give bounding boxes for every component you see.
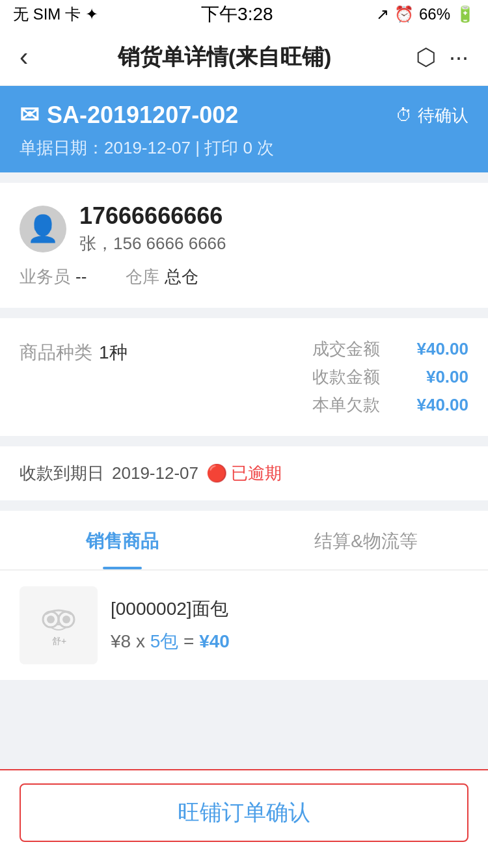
balance-value: ¥40.00 — [390, 395, 468, 415]
order-id-text: SA-20191207-002 — [47, 102, 238, 129]
svg-point-2 — [47, 616, 55, 623]
financial-summary: 成交金额 ¥40.00 收款金额 ¥0.00 本单欠款 ¥40.00 — [312, 338, 468, 416]
category-label: 商品种类 — [20, 340, 92, 365]
battery-icon: 🔋 — [455, 5, 475, 23]
status-badge: ⏱ 待确认 — [396, 104, 468, 127]
battery-text: 66% — [419, 5, 450, 23]
receipt-label: 收款金额 — [312, 366, 380, 388]
product-price-row: ¥8 x 5包 = ¥40 — [111, 629, 468, 654]
tab-settlement-label: 结算&物流等 — [314, 531, 418, 551]
svg-point-3 — [62, 616, 70, 623]
multiply-sign: x — [136, 631, 150, 651]
order-id: ✉ SA-20191207-002 — [20, 102, 238, 129]
status-clock-icon: ⏱ — [396, 105, 413, 126]
balance-row: 本单欠款 ¥40.00 — [312, 394, 468, 416]
status-bar: 无 SIM 卡 ✦ 下午3:28 ↗ ⏰ 66% 🔋 — [0, 0, 488, 29]
bottom-bar: 旺铺订单确认 — [0, 769, 488, 868]
tab-sales-label: 销售商品 — [86, 531, 159, 551]
tab-settlement[interactable]: 结算&物流等 — [244, 511, 488, 569]
order-header: ✉ SA-20191207-002 ⏱ 待确认 单据日期：2019-12-07 … — [0, 86, 488, 172]
more-icon[interactable]: ··· — [449, 44, 468, 71]
tabs-row: 销售商品 结算&物流等 — [0, 511, 488, 570]
warehouse-item: 仓库 总仓 — [126, 265, 198, 288]
product-owl-icon: 舒+ — [33, 596, 85, 655]
warehouse-value: 总仓 — [165, 265, 198, 288]
due-date-value: 2019-12-07 — [112, 463, 198, 483]
confirm-order-label: 旺铺订单确认 — [178, 798, 310, 828]
product-name: [0000002]面包 — [111, 597, 468, 621]
order-date: 单据日期：2019-12-07 | 打印 0 次 — [20, 137, 468, 159]
equals-sign: = — [183, 631, 199, 651]
category-value: 1种 — [99, 340, 128, 365]
status-right: ↗ ⏰ 66% 🔋 — [376, 5, 475, 23]
customer-info: 17666666666 张，156 6666 6666 — [79, 202, 226, 255]
amount-label: 成交金额 — [312, 338, 380, 360]
nav-actions: ⬡ ··· — [390, 44, 468, 71]
status-text: 待确认 — [418, 104, 468, 127]
product-total: ¥40 — [199, 631, 230, 651]
due-date-label: 收款到期日 — [20, 462, 104, 485]
tab-sales-products[interactable]: 销售商品 — [0, 511, 244, 569]
avatar: 👤 — [20, 206, 66, 252]
customer-card: 👤 17666666666 张，156 6666 6666 业务员 -- 仓库 … — [0, 183, 488, 308]
due-date-card: 收款到期日 2019-12-07 🔴 已逾期 — [0, 446, 488, 500]
svg-text:舒+: 舒+ — [52, 636, 66, 646]
status-left: 无 SIM 卡 ✦ — [13, 4, 98, 25]
location-icon: ↗ — [376, 5, 389, 23]
product-qty: 5包 — [150, 631, 179, 651]
nav-bar: ‹ 销货单详情(来自旺铺) ⬡ ··· — [0, 29, 488, 86]
overdue-text: 已逾期 — [231, 462, 282, 485]
product-item: 舒+ [0000002]面包 ¥8 x 5包 = ¥40 — [0, 570, 488, 680]
salesperson-value: -- — [75, 267, 87, 287]
receipt-row: 收款金额 ¥0.00 — [312, 366, 468, 388]
product-thumbnail: 舒+ — [20, 586, 98, 664]
amount-value: ¥40.00 — [390, 339, 468, 359]
customer-name: 张，156 6666 6666 — [79, 232, 226, 255]
balance-label: 本单欠款 — [312, 394, 380, 416]
product-price: ¥8 — [111, 631, 131, 651]
order-icon: ✉ — [20, 102, 39, 129]
amount-row: 成交金额 ¥40.00 — [312, 338, 468, 360]
overdue-icon: 🔴 — [206, 463, 227, 483]
tabs-container: 销售商品 结算&物流等 舒+ [0000002]面包 — [0, 511, 488, 680]
product-details: [0000002]面包 ¥8 x 5包 = ¥40 — [111, 597, 468, 654]
confirm-order-button[interactable]: 旺铺订单确认 — [20, 783, 468, 842]
customer-detail-row: 业务员 -- 仓库 总仓 — [20, 265, 468, 288]
customer-phone: 17666666666 — [79, 202, 226, 230]
status-time: 下午3:28 — [201, 2, 273, 27]
page-title: 销货单详情(来自旺铺) — [59, 42, 390, 72]
order-header-top: ✉ SA-20191207-002 ⏱ 待确认 — [20, 102, 468, 129]
alarm-icon: ⏰ — [394, 5, 414, 23]
overdue-badge: 🔴 已逾期 — [206, 462, 282, 485]
sim-text: 无 SIM 卡 ✦ — [13, 4, 98, 25]
summary-card: 商品种类 1种 成交金额 ¥40.00 收款金额 ¥0.00 本单欠款 ¥40.… — [0, 318, 488, 436]
warehouse-label: 仓库 — [126, 265, 159, 288]
customer-row: 👤 17666666666 张，156 6666 6666 — [20, 202, 468, 255]
category-info: 商品种类 1种 — [20, 338, 128, 365]
share-icon[interactable]: ⬡ — [416, 44, 436, 71]
receipt-value: ¥0.00 — [390, 367, 468, 387]
avatar-icon: 👤 — [27, 213, 59, 244]
back-button[interactable]: ‹ — [20, 42, 59, 72]
salesperson-item: 业务员 -- — [20, 265, 87, 288]
salesperson-label: 业务员 — [20, 265, 70, 288]
